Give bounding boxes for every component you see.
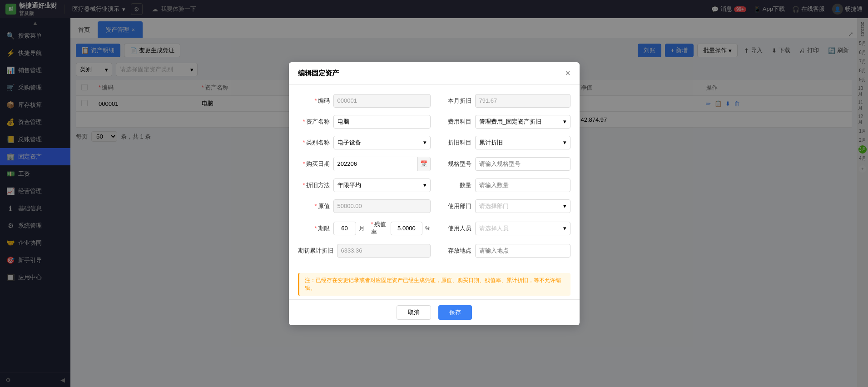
category-select[interactable]: 电子设备 ▾ — [333, 136, 431, 149]
person-select[interactable]: 请选择人员 ▾ — [475, 222, 570, 235]
purchase-date-input-wrapper: 📅 — [333, 157, 431, 171]
form-group-quantity: 数量 — [440, 179, 570, 192]
form-group-monthly-depreciation: 本月折旧 — [440, 94, 570, 108]
expense-chevron-icon: ▾ — [563, 118, 566, 125]
form-group-category: *类别名称 电子设备 ▾ — [298, 136, 431, 149]
form-group-name: *资产名称 — [298, 115, 431, 129]
edit-asset-modal: 编辑固定资产 × *编码 本月折旧 *资产名称 — [289, 62, 580, 325]
residual-rate-input[interactable] — [391, 222, 422, 235]
form-group-depreciation-method: *折旧方法 年限平均 ▾ — [298, 179, 431, 192]
person-chevron-icon: ▾ — [563, 225, 566, 232]
cancel-button[interactable]: 取消 — [397, 305, 431, 320]
modal-title: 编辑固定资产 — [298, 69, 339, 78]
depreciation-method-select[interactable]: 年限平均 ▾ — [333, 179, 431, 192]
form-group-original-value: *原值 — [298, 199, 431, 213]
form-group-code: *编码 — [298, 94, 431, 108]
name-input[interactable] — [333, 115, 431, 129]
method-chevron-icon: ▾ — [423, 182, 427, 189]
depreciation-subject-chevron-icon: ▾ — [563, 139, 566, 146]
category-chevron-icon: ▾ — [423, 139, 427, 146]
modal-overlay: 编辑固定资产 × *编码 本月折旧 *资产名称 — [0, 0, 868, 387]
form-group-initial-depreciation: 期初累计折旧 — [298, 244, 431, 258]
monthly-depreciation-input — [475, 94, 570, 108]
original-value-input — [333, 199, 431, 213]
department-chevron-icon: ▾ — [563, 203, 566, 209]
form-group-person: 使用人员 请选择人员 ▾ — [440, 220, 570, 237]
depreciation-subject-select[interactable]: 累计折旧 ▾ — [475, 136, 570, 149]
form-group-depreciation-subject: 折旧科目 累计折旧 ▾ — [440, 136, 570, 149]
modal-close-btn[interactable]: × — [565, 69, 570, 78]
spec-model-input[interactable] — [475, 157, 570, 171]
expense-subject-select[interactable]: 管理费用_固定资产折旧 ▾ — [475, 115, 570, 129]
form-group-period: *期限 月 *残值率 % — [298, 220, 431, 237]
department-select[interactable]: 请选择部门 ▾ — [475, 199, 570, 213]
modal-note: 注：已经存在变更记录或者对应固定资产已经生成凭证，原值、购买日期、残值率、累计折… — [298, 273, 570, 296]
form-group-location: 存放地点 — [440, 244, 570, 258]
save-button[interactable]: 保存 — [438, 305, 472, 320]
code-input[interactable] — [333, 94, 431, 108]
form-group-department: 使用部门 请选择部门 ▾ — [440, 199, 570, 213]
initial-depreciation-input — [337, 244, 431, 258]
form-group-expense-subject: 费用科目 管理费用_固定资产折旧 ▾ — [440, 115, 570, 129]
calendar-icon[interactable]: 📅 — [417, 157, 430, 171]
form-group-purchase-date: *购买日期 📅 — [298, 157, 431, 171]
quantity-input[interactable] — [475, 179, 570, 192]
location-input[interactable] — [475, 244, 570, 258]
form-group-spec-model: 规格型号 — [440, 157, 570, 171]
purchase-date-input[interactable] — [334, 157, 417, 171]
period-input[interactable] — [333, 222, 356, 235]
